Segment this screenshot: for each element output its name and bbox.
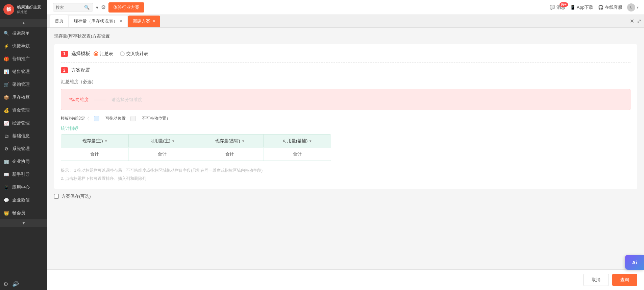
app-download-button[interactable]: 📱 App下载 <box>570 4 593 10</box>
tab-home[interactable]: 首页 <box>50 15 68 27</box>
industry-solution-button[interactable]: 体验行业方案 <box>108 2 144 13</box>
sidebar-item-label: 资金管理 <box>12 107 30 113</box>
sidebar-scroll-down[interactable]: ▼ <box>0 219 47 227</box>
sidebar-item-label: 新手引导 <box>12 171 30 177</box>
stat-col-1-chevron[interactable]: ▾ <box>172 139 174 143</box>
indicator-legend: 模板指标设定（ 可拖动位置 不可拖动位置） <box>61 116 630 121</box>
stat-col-3-chevron[interactable]: ▾ <box>309 139 312 143</box>
sidebar-item-purchase[interactable]: 🛒 采购管理 <box>0 78 47 91</box>
nondraggable-legend-label: 不可拖动位置） <box>142 116 170 121</box>
ai-button[interactable]: Ai <box>625 255 644 270</box>
cancel-button[interactable]: 取消 <box>583 274 609 286</box>
quick-nav-icon: ⚡ <box>3 43 9 49</box>
stat-section-title: 统计指标 <box>61 125 630 131</box>
sidebar-item-finance[interactable]: 💰 资金管理 <box>0 104 47 117</box>
vertical-dim-dash: —— <box>94 96 106 103</box>
purchase-icon: 🛒 <box>3 81 9 88</box>
sidebar-item-system[interactable]: ⚙ 系统管理 <box>0 142 47 155</box>
online-service-button[interactable]: 🎧 在线客服 <box>598 4 622 10</box>
sidebar-item-label: 基础信息 <box>12 133 30 139</box>
page-title: 现存量(库存状况表)方案设置 <box>54 33 637 39</box>
page-content: 现存量(库存状况表)方案设置 1 选择模板 汇总表 交叉统计表 <box>47 28 644 269</box>
messages-badge: 99+ <box>560 2 568 7</box>
sidebar-item-label: 营销推广 <box>12 56 30 62</box>
draggable-legend-label: 可拖动位置 <box>105 116 126 121</box>
stat-cell-0-3: 合计 <box>264 148 331 161</box>
stat-col-3[interactable]: 可用量(基辅) ▾ <box>264 135 331 147</box>
search-bar[interactable]: 🔍 <box>53 3 93 11</box>
step1-badge: 1 <box>61 51 68 57</box>
sidebar-item-member[interactable]: 👑 畅会员 <box>0 207 47 219</box>
sidebar-item-app-center[interactable]: 📱 应用中心 <box>0 181 47 194</box>
brand-logo: 畅 <box>3 4 14 15</box>
indicator-legend-title: 模板指标设定（ <box>61 116 89 121</box>
sidebar-item-label: 采购管理 <box>12 81 30 88</box>
sidebar-item-search-menu[interactable]: 🔍 搜索菜单 <box>0 27 47 40</box>
marketing-icon: 🎁 <box>3 56 9 62</box>
tab-inventory-label: 现存量（库存状况表） <box>74 18 118 24</box>
sidebar-item-quick-nav[interactable]: ⚡ 快捷导航 <box>0 40 47 52</box>
tab-new-plan-close-icon[interactable]: ✕ <box>152 19 155 23</box>
stat-col-0[interactable]: 现存量(主) ▾ <box>61 135 129 147</box>
brand-area: 畅 畅康通好生意 标准版 <box>0 0 47 19</box>
tab-new-plan-label: 新建方案 <box>133 18 150 24</box>
sidebar-item-basic-info[interactable]: 🗂 基础信息 <box>0 129 47 142</box>
save-checkbox[interactable] <box>54 194 59 199</box>
sidebar-item-label: 快捷导航 <box>12 43 30 49</box>
search-menu-icon: 🔍 <box>3 30 9 36</box>
topbar-dropdown-icon[interactable]: ▾ <box>96 5 98 10</box>
radio-summary-label: 汇总表 <box>100 51 113 57</box>
tab-bar: 首页 现存量（库存状况表） ✕ 新建方案 ✕ ✕ ⤢ <box>47 15 644 28</box>
tab-close-window-icon[interactable]: ✕ <box>630 18 634 24</box>
sidebar-item-label: 系统管理 <box>12 146 30 152</box>
operations-icon: 📈 <box>3 120 9 126</box>
stat-col-2-label: 现存量(基辅) <box>215 138 240 144</box>
sidebar-item-marketing[interactable]: 🎁 营销推广 <box>0 52 47 65</box>
speaker-icon[interactable]: 🔊 <box>12 281 19 287</box>
radio-cross[interactable]: 交叉统计表 <box>120 51 148 57</box>
vertical-dim-label: *纵向维度 <box>69 97 89 103</box>
dimension-area[interactable]: *纵向维度 —— 请选择分组维度 <box>61 89 630 110</box>
step1-title: 选择模板 <box>71 51 90 57</box>
search-input[interactable] <box>56 5 83 10</box>
sidebar-scroll-up[interactable]: ▲ <box>0 19 47 27</box>
sidebar-item-sales[interactable]: 📊 销售管理 <box>0 65 47 78</box>
template-radio-group: 汇总表 交叉统计表 <box>94 51 148 57</box>
tab-inventory-close-icon[interactable]: ✕ <box>120 19 123 23</box>
summary-dimension-label: 汇总维度（必选） <box>61 79 630 85</box>
top-bar: 🔍 ▾ ⚙ 体验行业方案 💬 消息 99+ 📱 App下载 🎧 在线客服 U ▾ <box>47 0 644 15</box>
sidebar-item-label: 企业协同 <box>12 159 30 165</box>
app-center-icon: 📱 <box>3 184 9 190</box>
settings-icon[interactable]: ⚙ <box>3 281 8 287</box>
stat-cell-0-1: 合计 <box>129 148 196 161</box>
sidebar-item-guide[interactable]: 📖 新手引导 <box>0 168 47 181</box>
radio-summary[interactable]: 汇总表 <box>94 51 113 57</box>
top-bar-right: 💬 消息 99+ 📱 App下载 🎧 在线客服 U ▾ <box>550 3 639 11</box>
tab-expand-icon[interactable]: ⤢ <box>637 18 641 24</box>
stat-table-header: 现存量(主) ▾ 可用量(主) ▾ 现存量(基辅) ▾ 可用量(基辅) ▾ <box>61 135 331 147</box>
sidebar-item-company[interactable]: 🏢 企业协同 <box>0 155 47 168</box>
service-label: 在线客服 <box>605 4 622 10</box>
footer-bar: 取消 查询 <box>47 269 644 290</box>
tab-new-plan[interactable]: 新建方案 ✕ <box>128 16 160 27</box>
sidebar-item-operations[interactable]: 📈 经营管理 <box>0 117 47 129</box>
brand-name: 畅康通好生意 <box>17 4 41 10</box>
step2-badge: 2 <box>61 67 68 73</box>
vertical-dim-placeholder: 请选择分组维度 <box>112 97 142 103</box>
sidebar-item-wechat[interactable]: 💬 企业微信 <box>0 194 47 207</box>
sidebar-item-label: 库存核算 <box>12 94 30 100</box>
save-label: 方案保存(可选) <box>61 193 91 199</box>
stat-col-1[interactable]: 可用量(主) ▾ <box>129 135 196 147</box>
tab-bar-actions: ✕ ⤢ <box>630 18 641 24</box>
tab-inventory-status[interactable]: 现存量（库存状况表） ✕ <box>69 16 127 27</box>
query-button[interactable]: 查询 <box>612 274 637 286</box>
stat-col-0-chevron[interactable]: ▾ <box>105 139 107 143</box>
stat-col-2-chevron[interactable]: ▾ <box>242 139 244 143</box>
messages-button[interactable]: 💬 消息 99+ <box>550 4 565 10</box>
system-icon: ⚙ <box>3 146 9 152</box>
wechat-icon: 💬 <box>3 197 9 203</box>
sidebar-item-inventory[interactable]: 📦 库存核算 <box>0 91 47 104</box>
user-avatar-button[interactable]: U ▾ <box>627 3 639 11</box>
stat-col-2[interactable]: 现存量(基辅) ▾ <box>196 135 264 147</box>
topbar-gear-icon[interactable]: ⚙ <box>101 4 106 10</box>
